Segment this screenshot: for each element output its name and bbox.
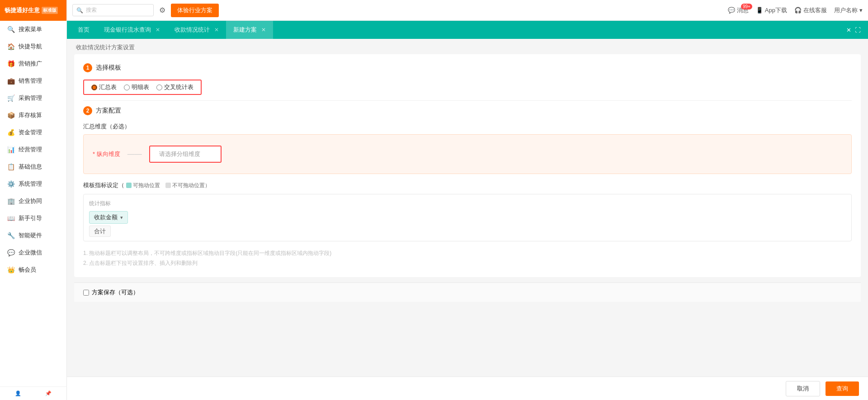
dimension-subsection: 汇总维度（必选） * 纵向维度 —— 请选择分组维度: [83, 122, 852, 174]
logo-badge: 标准版: [42, 7, 58, 14]
cancel-button[interactable]: 取消: [786, 381, 820, 396]
sidebar-item-search-menu[interactable]: 🔍 搜索菜单: [0, 21, 66, 38]
sidebar-logo: 畅捷通好生意 标准版: [0, 0, 66, 21]
sidebar-item-quick-nav[interactable]: 🏠 快捷导航: [0, 38, 66, 55]
dimension-selector[interactable]: 请选择分组维度: [149, 146, 222, 163]
user-item[interactable]: 用户名称 ▾: [834, 6, 863, 14]
sidebar-bottom: 👤 📌: [0, 386, 66, 400]
tip2-text: 2. 点击标题栏下拉可设置排序、插入列和删除列: [83, 259, 198, 268]
notification-item[interactable]: 💬 消息 99+: [728, 6, 749, 14]
sidebar-item-label: 快捷导航: [19, 42, 42, 51]
dimension-arrow-icon: ——: [127, 150, 142, 158]
tab-home-label: 首页: [78, 26, 90, 34]
tab-bank-flow-close[interactable]: ✕: [156, 27, 160, 33]
sidebar-item-label: 营销推广: [19, 60, 42, 68]
radio-cross-input[interactable]: [156, 85, 162, 90]
radio-summary-label: 汇总表: [99, 83, 117, 91]
sidebar-item-label: 企业微信: [19, 249, 42, 257]
tab-home[interactable]: 首页: [71, 21, 97, 39]
sidebar-bottom-account[interactable]: 👤: [4, 391, 33, 396]
hardware-icon: 🔧: [7, 232, 15, 239]
breadcrumb: 收款情况统计方案设置: [67, 39, 868, 54]
user-name: 用户名称: [834, 6, 858, 14]
metrics-subtag: 合计: [89, 226, 111, 237]
sidebar-item-finance[interactable]: 💰 资金管理: [0, 124, 66, 141]
draggable-label: 可拖动位置: [133, 182, 160, 189]
chevron-down-icon: ▾: [859, 7, 863, 14]
metrics-tag-receipt[interactable]: 收款金额 ▾: [89, 211, 128, 224]
tab-receipt-stats-close[interactable]: ✕: [214, 27, 219, 33]
save-checkbox[interactable]: [83, 290, 89, 296]
dimension-section-label: 汇总维度（必选）: [83, 122, 852, 131]
guide-icon: 📖: [7, 215, 15, 222]
service-item[interactable]: 🎧 在线客服: [794, 6, 827, 14]
stats-label: 统计指标: [89, 200, 846, 207]
operations-icon: 📊: [7, 146, 15, 153]
step1-title: 选择模板: [96, 64, 121, 72]
tab-close-right: ✕ ⛶: [846, 27, 864, 33]
inventory-icon: 📦: [7, 112, 15, 119]
radio-summary[interactable]: 汇总表: [91, 83, 117, 91]
trial-btn[interactable]: 体验行业方案: [171, 4, 219, 17]
radio-detail-input[interactable]: [124, 85, 130, 90]
sidebar-item-inventory[interactable]: 📦 库存核算: [0, 107, 66, 124]
settings-icon[interactable]: ⚙: [159, 6, 165, 14]
draggable-hint: 可拖动位置: [126, 182, 160, 189]
step2-header: 2 方案配置: [83, 106, 852, 115]
search-menu-icon: 🔍: [7, 26, 15, 33]
draggable-indicator: [126, 183, 132, 188]
template-section: 汇总表 明细表 交叉统计表: [83, 80, 852, 95]
sidebar-item-label: 销售管理: [19, 77, 42, 85]
metrics-tag-label: 收款金额: [94, 213, 118, 221]
tab-bank-flow[interactable]: 现金银行流水查询 ✕: [97, 21, 167, 39]
tab-new-plan-close[interactable]: ✕: [261, 27, 266, 33]
sidebar-item-purchase[interactable]: 🛒 采购管理: [0, 89, 66, 107]
tips-section: 1. 拖动标题栏可以调整布局，不可跨维度或指标区域拖动目字段(只能在同一维度或指…: [83, 249, 852, 268]
sidebar-item-member[interactable]: 👑 畅会员: [0, 261, 66, 278]
sidebar-item-operations[interactable]: 📊 经营管理: [0, 141, 66, 158]
non-draggable-label: 不可拖动位置）: [172, 182, 210, 189]
metrics-subtag-row: 合计: [89, 227, 846, 235]
footer-bar: 取消 查询: [67, 376, 868, 400]
sidebar-item-label: 畅会员: [19, 266, 36, 274]
metrics-section: 统计指标 收款金额 ▾ 合计: [83, 194, 852, 241]
account-icon: 👤: [15, 391, 21, 396]
non-draggable-indicator: [165, 183, 171, 188]
vertical-dimension-label: * 纵向维度: [93, 150, 120, 158]
metrics-dropdown-icon[interactable]: ▾: [120, 215, 123, 221]
tab-receipt-stats[interactable]: 收款情况统计 ✕: [167, 21, 226, 39]
member-icon: 👑: [7, 266, 15, 273]
sidebar-item-basic-info[interactable]: 📋 基础信息: [0, 158, 66, 175]
sidebar-item-marketing[interactable]: 🎁 营销推广: [0, 55, 66, 72]
download-icon: 📱: [756, 7, 763, 14]
radio-detail[interactable]: 明细表: [124, 83, 149, 91]
sidebar-item-smart-hardware[interactable]: 🔧 智能硬件: [0, 227, 66, 244]
search-bar[interactable]: 🔍 搜索: [72, 4, 154, 16]
sidebar-item-label: 经营管理: [19, 146, 42, 154]
basic-info-icon: 📋: [7, 163, 15, 170]
step1-badge: 1: [83, 63, 92, 72]
sidebar-item-enterprise-wechat[interactable]: 💬 企业微信: [0, 244, 66, 261]
sidebar-item-beginner-guide[interactable]: 📖 新手引导: [0, 210, 66, 227]
service-label: 在线客服: [803, 6, 827, 14]
radio-summary-input[interactable]: [91, 85, 97, 90]
metrics-subsection: 模板指标设定（ 可拖动位置 不可拖动位置） 统计指标 收: [83, 181, 852, 241]
sidebar-item-label: 系统管理: [19, 180, 42, 188]
sidebar-item-sales[interactable]: 💼 销售管理: [0, 72, 66, 89]
radio-cross[interactable]: 交叉统计表: [156, 83, 193, 91]
tab-new-plan[interactable]: 新建方案 ✕: [226, 21, 273, 39]
query-button[interactable]: 查询: [826, 381, 859, 396]
finance-icon: 💰: [7, 129, 15, 136]
metrics-header-row: 模板指标设定（ 可拖动位置 不可拖动位置）: [83, 181, 852, 189]
tip-line-2: 2. 点击标题栏下拉可设置排序、插入列和删除列: [83, 259, 852, 268]
tabbar: 首页 现金银行流水查询 ✕ 收款情况统计 ✕ 新建方案 ✕ ✕ ⛶: [67, 21, 868, 39]
tab-window-close[interactable]: ✕: [846, 27, 851, 33]
tab-new-plan-label: 新建方案: [233, 26, 257, 34]
sidebar-item-enterprise-collab[interactable]: 🏢 企业协同: [0, 193, 66, 210]
main-area: 🔍 搜索 ⚙ 体验行业方案 💬 消息 99+ 📱 App下载 🎧 在线客服 用户…: [67, 0, 868, 400]
tab-window-maximize[interactable]: ⛶: [855, 27, 861, 33]
sidebar-bottom-more[interactable]: 📌: [34, 391, 63, 396]
metrics-settings-label: 模板指标设定（: [83, 181, 124, 189]
download-item[interactable]: 📱 App下载: [756, 6, 787, 14]
sidebar-item-system[interactable]: ⚙️ 系统管理: [0, 175, 66, 193]
